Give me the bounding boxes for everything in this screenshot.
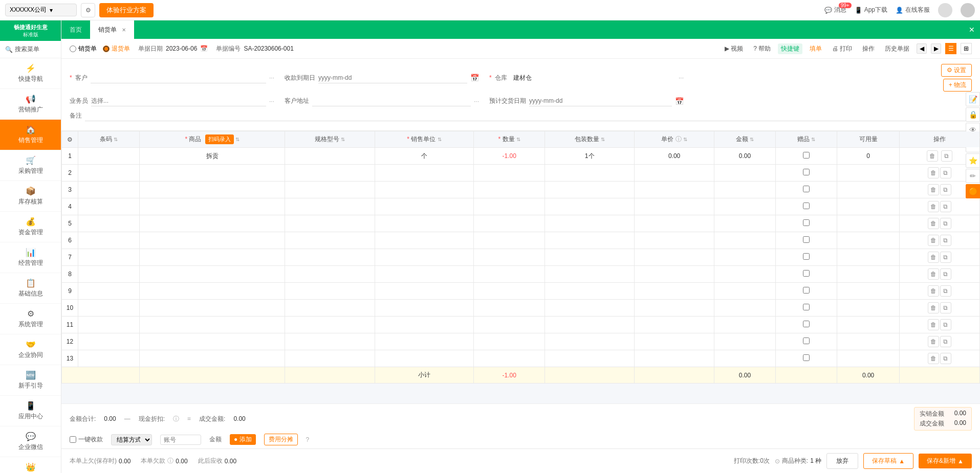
template-btn[interactable]: 填单	[807, 43, 825, 54]
history-btn[interactable]: 历史单据	[882, 43, 912, 54]
row-pack-qty[interactable]: 1个	[545, 148, 635, 165]
logistics-btn[interactable]: + 物流	[943, 79, 972, 92]
avatar[interactable]	[938, 3, 952, 17]
radio-sales-order[interactable]: 销货单	[70, 44, 97, 53]
copy-row-btn[interactable]: ⧉	[940, 167, 951, 178]
radio-return-order[interactable]: 退货单	[103, 44, 130, 53]
delete-row-btn[interactable]: 🗑	[928, 336, 939, 347]
prev-btn[interactable]: ◀	[917, 43, 927, 54]
float-btn-7[interactable]: 🟠	[966, 184, 980, 198]
sidebar-item-inventory[interactable]: 📦 库存核算	[0, 181, 61, 212]
spec-sort-icon[interactable]: ⇅	[341, 137, 345, 142]
doc-settings-btn[interactable]: ⚙ 设置	[941, 64, 972, 77]
delete-row-btn[interactable]: 🗑	[927, 150, 938, 162]
sidebar-item-system[interactable]: ⚙ 系统管理	[0, 304, 61, 334]
copy-row-btn[interactable]: ⧉	[940, 285, 951, 297]
row-unit-price[interactable]: 0.00	[635, 148, 714, 165]
customer-dots[interactable]: ···	[269, 74, 274, 81]
sidebar-item-quick-nav[interactable]: ⚡ 快捷导航	[0, 58, 61, 89]
tab-home[interactable]: 首页	[61, 20, 90, 39]
app-download-btn[interactable]: 📱 App下载	[855, 6, 887, 14]
shortcuts-btn[interactable]: 快捷键	[778, 43, 802, 54]
sidebar-item-vip[interactable]: 👑 畅会员	[0, 457, 61, 473]
fee-info-icon[interactable]: ?	[306, 436, 310, 443]
copy-row-btn[interactable]: ⧉	[940, 353, 951, 364]
expected-delivery-input[interactable]	[529, 96, 672, 106]
float-btn-6[interactable]: ✏	[966, 169, 980, 183]
float-btn-1[interactable]: 📝	[966, 92, 980, 106]
row-spec[interactable]	[285, 148, 375, 165]
sidebar-search[interactable]: 🔍 搜索菜单	[0, 41, 61, 58]
fee-split-btn[interactable]: 费用分摊	[264, 434, 298, 445]
copy-row-btn[interactable]: ⧉	[940, 218, 951, 229]
copy-row-btn[interactable]: ⧉	[940, 319, 951, 330]
settle-method-select[interactable]: 结算方式	[111, 434, 152, 445]
price-info-icon[interactable]: ⓘ	[676, 136, 682, 143]
row-quantity[interactable]: -1.00	[474, 148, 545, 165]
delete-row-btn[interactable]: 🗑	[928, 302, 939, 313]
barcode-sort-icon[interactable]: ⇅	[114, 137, 118, 142]
row-product[interactable]: 拆贡	[140, 148, 285, 165]
sidebar-item-marketing[interactable]: 📢 营销推广	[0, 89, 61, 120]
video-btn[interactable]: ▶ 视频	[722, 43, 746, 54]
tab-sales-order[interactable]: 销货单 ✕	[90, 20, 134, 39]
one-key-payment-btn[interactable]: 一键收款	[70, 435, 103, 444]
row-amount[interactable]: 0.00	[714, 148, 775, 165]
sidebar-item-wechat[interactable]: 💬 企业微信	[0, 426, 61, 457]
delete-row-btn[interactable]: 🗑	[928, 252, 939, 263]
radio-sales-order-input[interactable]	[70, 46, 76, 52]
account-input[interactable]	[160, 435, 201, 445]
sidebar-item-guide[interactable]: 🆕 新手引导	[0, 365, 61, 396]
save-draft-btn[interactable]: 保存草稿 ▲	[863, 453, 913, 469]
row-gift[interactable]	[776, 148, 837, 165]
note-input[interactable]	[85, 110, 972, 121]
list-view-btn[interactable]: ☰	[945, 43, 956, 54]
gift-sort-icon[interactable]: ⇅	[811, 137, 815, 142]
message-btn[interactable]: 💬 消息 99+	[824, 6, 846, 14]
scan-btn[interactable]: 扫码录入	[205, 134, 234, 144]
warehouse-dots[interactable]: ···	[679, 74, 684, 81]
float-btn-2[interactable]: 🔒	[966, 107, 980, 122]
sidebar-item-purchase[interactable]: 🛒 采购管理	[0, 150, 61, 181]
radio-return-order-input[interactable]	[103, 46, 110, 52]
th-settings[interactable]: ⚙	[62, 131, 78, 148]
sidebar-item-cooperation[interactable]: 🤝 企业协同	[0, 334, 61, 365]
sidebar-item-basics[interactable]: 📋 基础信息	[0, 273, 61, 304]
sidebar-item-finance[interactable]: 💰 资金管理	[0, 212, 61, 242]
amount-sort-icon[interactable]: ⇅	[750, 137, 754, 142]
discount-info-icon[interactable]: ⓘ	[173, 415, 179, 423]
discard-btn[interactable]: 放弃	[826, 453, 858, 469]
delete-row-btn[interactable]: 🗑	[928, 167, 939, 178]
float-btn-5[interactable]: ⭐	[966, 153, 980, 168]
online-service-btn[interactable]: 👤 在线客服	[896, 6, 930, 14]
sidebar-item-operations[interactable]: 📊 经营管理	[0, 242, 61, 273]
delete-row-btn[interactable]: 🗑	[928, 218, 939, 229]
delete-row-btn[interactable]: 🗑	[928, 184, 939, 195]
one-key-checkbox[interactable]	[70, 436, 76, 443]
calendar-icon[interactable]: 📅	[200, 45, 208, 52]
copy-row-btn[interactable]: ⧉	[940, 336, 951, 347]
total-owed-info[interactable]: ⓘ	[167, 457, 173, 465]
print-btn[interactable]: 🖨 打印	[829, 43, 855, 54]
settings-gear-btn[interactable]: ⚙	[81, 3, 95, 17]
delete-row-btn[interactable]: 🗑	[928, 319, 939, 330]
row-unit[interactable]: 个	[375, 148, 474, 165]
table-wrapper[interactable]: ⚙ 条码 ⇅ * 商品 扫码录入 ⇅	[61, 131, 980, 403]
row-barcode[interactable]	[78, 148, 140, 165]
company-selector[interactable]: XXXXXX公司 ▾	[5, 4, 77, 16]
product-sort-icon[interactable]: ⇅	[235, 137, 239, 142]
customer-address-input[interactable]	[312, 96, 471, 106]
qty-sort-icon[interactable]: ⇅	[516, 137, 520, 142]
operate-btn[interactable]: 操作	[859, 43, 878, 54]
delete-row-btn[interactable]: 🗑	[928, 201, 939, 212]
sidebar-item-appstore[interactable]: 📱 应用中心	[0, 396, 61, 426]
delete-row-btn[interactable]: 🗑	[928, 285, 939, 297]
copy-row-btn[interactable]: ⧉	[940, 252, 951, 263]
delete-row-btn[interactable]: 🗑	[928, 353, 939, 364]
tab-close-icon[interactable]: ✕	[122, 27, 126, 33]
customer-input[interactable]	[91, 73, 266, 83]
next-btn[interactable]: ▶	[931, 43, 941, 54]
sidebar-item-sales[interactable]: 🏠 销售管理	[0, 120, 61, 150]
price-sort-icon[interactable]: ⇅	[683, 137, 687, 142]
salesperson-input[interactable]	[91, 96, 266, 106]
